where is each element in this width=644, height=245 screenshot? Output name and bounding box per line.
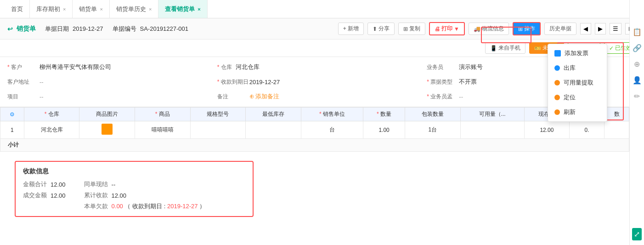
payment-info-section: 收款信息 金额合计 12.00 成交金额 12.00 同单现结 -- [0,152,644,226]
row-pkg-qty: 1台 [405,121,461,139]
row-img [79,121,135,139]
refresh-item[interactable]: 刷新 [548,105,607,120]
same-order-value: -- [112,181,116,188]
locate-item[interactable]: 定位 [548,90,607,105]
refresh-label: 刷新 [564,108,576,116]
remark-add[interactable]: ⊕ 添加备注 [249,92,280,101]
tab-sales-history-close[interactable]: × [149,6,152,12]
tab-home[interactable]: 首页 [5,0,30,18]
col-available: 可用量（... [460,108,524,121]
cumulative-receipt-item: 累计收款 12.00 [84,191,206,199]
prev-button[interactable]: ◀ [580,23,591,34]
salesperson-value: -- [459,93,463,100]
print-dropdown-icon: ▼ [454,26,459,32]
sidebar-expand-icon[interactable]: ⤢ [632,228,642,240]
grid-icon: ⊞ [518,26,523,32]
right-sidebar: 📋 🔗 ⊕ 👤 ✏ ⤢ [629,0,644,245]
add-invoice-item[interactable]: 添加发票 [548,46,607,61]
cumulative-receipt-value: 12.00 [112,192,127,199]
outbound-item[interactable]: 出库 [548,61,607,75]
tab-sales-history[interactable]: 销货单历史 × [110,0,158,18]
payment-due-field: 收款到期日 2019-12-27 [217,77,427,87]
due-date-label: 收款到期日 [132,203,162,210]
transaction-amount-value: 12.00 [51,192,66,199]
warehouse-label: 仓库 [217,63,236,71]
address-label: 客户地址 [7,78,40,86]
customer-field: 客户 柳州粤港平安气体有限公司 [7,62,217,73]
row-min-stock [246,121,301,139]
row-product: 嘻嘻嘻嘻 [135,121,191,139]
next-button[interactable]: ▶ [595,23,606,34]
product-table-wrap: ⚙ 仓库 商品图片 商品 规格型号 最低库存 销售单位 数量 包装数量 可用量（… [0,107,629,152]
staff-value: 演示账号 [459,63,483,71]
payment-info-title: 收款信息 [23,167,245,176]
row-available [460,121,524,139]
row-qty: 1.00 [363,121,405,139]
due-date-note: （ [124,203,130,210]
outbound-label: 出库 [564,64,576,72]
transaction-amount-label: 成交金额 [23,191,47,199]
row-extra [604,121,629,139]
tab-view-sales-label: 查看销货单 [165,5,195,13]
share-icon: ⬆ [373,26,377,32]
add-invoice-label: 添加发票 [565,49,588,57]
row-price: 0. [570,121,604,139]
amount-total-label: 金额合计 [23,180,47,188]
product-image [102,124,113,135]
subtotal-row: 小计 [0,139,629,152]
doc-header: ↩ 销货单 单据日期 2019-12-27 单据编号 SA-20191227-0… [0,18,644,40]
form-row-3: 项目 -- 备注 ⊕ 添加备注 业务员孟 -- [7,91,637,102]
copy-icon: ⊞ [403,26,408,32]
sidebar-user-icon[interactable]: 👤 [633,76,642,85]
current-due-label: 本单欠款 [84,202,108,211]
copy-button[interactable]: ⊞ 复制 [398,23,425,35]
truck-icon: 🚚 [474,26,480,32]
share-button[interactable]: ⬆ 分享 [367,23,395,35]
salesperson-label: 业务员孟 [427,93,459,101]
payment-due-label: 收款到期日 [217,78,249,86]
customer-value: 柳州粤港平安气体有限公司 [40,63,111,71]
sidebar-doc-icon[interactable]: 📋 [633,28,642,36]
sidebar-link-icon[interactable]: 🔗 [633,44,642,52]
available-pickup-item[interactable]: 可用量提取 [548,75,607,90]
tab-sales-order-close[interactable]: × [100,6,102,12]
amount-total-item: 金额合计 12.00 [23,180,66,188]
row-spec [190,121,246,139]
doc-date-label: 单据日期 2019-12-27 [45,25,103,33]
doc-title: ↩ 销货单 [7,25,36,33]
cumulative-receipt-label: 累计收款 [84,191,108,199]
tab-inventory-init[interactable]: 库存期初 × [30,0,73,18]
history-button[interactable]: 历史单据 [544,23,576,35]
add-button[interactable]: + 新增 [338,23,364,35]
tab-view-sales-close[interactable]: × [198,6,200,12]
payment-due-value: 2019-12-27 [249,79,280,85]
product-table: ⚙ 仓库 商品图片 商品 规格型号 最低库存 销售单位 数量 包装数量 可用量（… [0,107,629,152]
row-unit: 台 [301,121,363,139]
doc-type-icon: ↩ [7,25,13,33]
payment-info-rows: 金额合计 12.00 成交金额 12.00 同单现结 -- 累计收款 [23,180,245,211]
view-list-button[interactable]: ☰ [610,23,621,34]
col-gear[interactable]: ⚙ [0,108,24,121]
from-phone-button[interactable]: 📱 来自手机 [485,42,525,54]
invoice-icon [554,50,561,57]
due-date-colon: : [164,203,167,210]
ticket-icon: 🎫 [534,45,541,51]
tab-sales-order[interactable]: 销货单 × [73,0,109,18]
logistics-button[interactable]: 🚚 物流信息 [469,23,509,35]
print-button[interactable]: 🖨 打印 ▼ [429,22,465,35]
sidebar-edit-icon[interactable]: ✏ [634,92,640,101]
customer-label: 客户 [7,63,40,71]
amount-total-value: 12.00 [51,181,66,188]
col-pkg-qty: 包装数量 [405,108,461,121]
tab-bar: 首页 库存期初 × 销货单 × 销货单历史 × 查看销货单 × × [0,0,644,18]
tab-inventory-init-close[interactable]: × [63,6,66,12]
payment-col-2: 同单现结 -- 累计收款 12.00 本单欠款 0.00 （ 收款到期日 : [84,180,206,211]
refresh-icon [554,109,560,115]
operations-button[interactable]: ⊞ 操作 [513,22,541,35]
print-icon: 🖨 [435,26,440,32]
same-order-label: 同单现结 [84,180,108,188]
remark-field: 备注 ⊕ 添加备注 [217,91,427,102]
sidebar-add-icon[interactable]: ⊕ [634,60,640,68]
project-value: -- [40,93,44,100]
tab-view-sales[interactable]: 查看销货单 × [158,0,207,18]
